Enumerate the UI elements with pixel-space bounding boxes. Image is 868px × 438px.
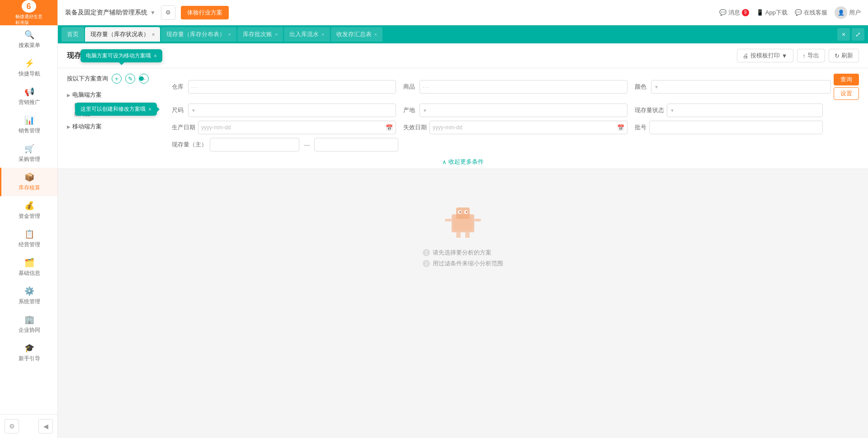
tip-num-1: 1	[423, 249, 430, 256]
message-button[interactable]: 💬 消息 9	[719, 9, 749, 17]
collapse-up-icon: ∧	[442, 159, 447, 165]
export-button[interactable]: ↑ 导出	[797, 49, 826, 62]
sidebar-item-basic[interactable]: 🗂️ 基础信息	[0, 253, 57, 282]
tab-inventory-status-close[interactable]: ×	[152, 32, 155, 37]
tooltip2-close[interactable]: ×	[148, 106, 151, 113]
stock-qty-min-input[interactable]	[210, 138, 299, 151]
guide-icon: 🎓	[24, 343, 34, 353]
sidebar-item-operation[interactable]: 📋 经营管理	[0, 225, 57, 253]
tab-inventory-dist-close[interactable]: ×	[228, 32, 231, 37]
collapse-bar[interactable]: ∧ 收起更多条件	[67, 155, 859, 169]
sidebar-label-basic: 基础信息	[19, 269, 40, 277]
color-select[interactable]: ▼	[651, 80, 831, 94]
sidebar-item-finance[interactable]: 💰 资金管理	[0, 196, 57, 225]
add-scheme-button[interactable]: +	[112, 74, 122, 84]
logo-icon: 6	[22, 0, 36, 13]
support-button[interactable]: 💬 在线客服	[795, 9, 827, 17]
finance-icon: 💰	[24, 201, 34, 211]
empty-tips: 1 请先选择要分析的方案 2 用过滤条件来缩小分析范围	[423, 249, 503, 270]
message-badge: 9	[742, 9, 749, 16]
filter-color-row: 颜色 ▼ 查询 设置	[635, 74, 859, 100]
export-icon: ↑	[803, 52, 806, 59]
sidebar: 6 畅捷通好生意 标准版 🔍 搜索菜单 ⚡ 快捷导航 📢 营销推广 📊 销售管理…	[0, 0, 58, 438]
size-select[interactable]: ▼	[188, 104, 396, 117]
main-content: 装备及固定资产辅助管理系统 ▼ ⚙ 体验行业方案 💬 消息 9 📱 App下载 …	[58, 0, 868, 438]
scheme-group-mobile[interactable]: ▶ 移动端方案	[67, 121, 166, 132]
sidebar-item-enterprise[interactable]: 🏢 企业协同	[0, 310, 57, 339]
batch-input[interactable]	[649, 121, 823, 134]
expiry-date-label: 失效日期	[403, 123, 427, 132]
industry-button[interactable]: 体验行业方案	[181, 6, 229, 19]
tip-num-2: 2	[423, 260, 430, 267]
warehouse-select[interactable]: ···	[188, 80, 396, 94]
filter-goods: 商品 ···	[403, 80, 627, 94]
tab-inout[interactable]: 出入库流水 ×	[284, 27, 330, 42]
sidebar-item-marketing[interactable]: 📢 营销推广	[0, 82, 57, 111]
tab-batch-close[interactable]: ×	[275, 32, 278, 37]
sidebar-item-guide[interactable]: 🎓 新手引导	[0, 339, 57, 367]
sidebar-bottom: ⚙ ◀	[0, 414, 57, 438]
edit-scheme-button[interactable]: ✎	[125, 74, 135, 84]
tab-inout-close[interactable]: ×	[321, 32, 324, 37]
tip-1-text: 请先选择要分析的方案	[433, 249, 491, 257]
svg-point-6	[466, 211, 467, 213]
tab-batch[interactable]: 库存批次账 ×	[237, 27, 283, 42]
print-label: 按模板打印	[750, 52, 780, 60]
tab-home[interactable]: 首页	[61, 27, 84, 42]
filter-batch: 批号	[635, 121, 859, 134]
maximize-button[interactable]: ⤢	[852, 28, 864, 41]
triangle-icon: ▶	[67, 93, 71, 98]
scheme-mobile-label: 移动端方案	[72, 122, 102, 131]
sidebar-item-purchase[interactable]: 🛒 采购管理	[0, 139, 57, 168]
marketing-icon: 📢	[24, 87, 34, 97]
search-button[interactable]: 查询	[834, 74, 859, 85]
sidebar-label-purchase: 采购管理	[19, 155, 40, 163]
production-date-label: 生产日期	[172, 123, 195, 132]
print-icon: 🖨	[743, 52, 749, 59]
scheme-tree: ▶ 电脑端方案 这里可以创建和修改方案哦 × 按预设 按商品 ▶ 移动端方案	[67, 89, 166, 132]
expiry-date-input[interactable]: yyyy-mm-dd 📅	[429, 121, 627, 134]
triangle-icon2: ▶	[67, 124, 71, 129]
gear-button[interactable]: ⚙	[161, 5, 175, 20]
support-icon: 💬	[795, 9, 802, 16]
stock-qty-label: 现存量（主）	[172, 141, 207, 149]
tooltip1-close[interactable]: ×	[154, 53, 157, 59]
tooltip-desktop-scheme: 电脑方案可设为移动方案哦 ×	[80, 49, 162, 62]
settings-button[interactable]: ⚙	[5, 419, 19, 433]
tab-inventory-status[interactable]: 现存量（库存状况表） ×	[85, 27, 160, 42]
tab-bar-controls: × ⤢	[837, 28, 864, 41]
tab-inventory-dist[interactable]: 现存量（库存分布表） ×	[161, 27, 236, 42]
sidebar-item-sales[interactable]: 📊 销售管理	[0, 111, 57, 139]
message-label: 消息	[728, 9, 740, 17]
svg-rect-2	[456, 207, 470, 219]
sidebar-item-quick[interactable]: ⚡ 快捷导航	[0, 54, 57, 82]
sidebar-item-inventory[interactable]: 📦 库存核算	[0, 168, 57, 196]
scheme-group-desktop[interactable]: ▶ 电脑端方案	[67, 89, 166, 101]
origin-label: 产地	[403, 106, 417, 114]
app-download-button[interactable]: 📱 App下载	[756, 9, 788, 17]
message-icon: 💬	[719, 9, 726, 16]
empty-state: 1 请先选择要分析的方案 2 用过滤条件来缩小分析范围	[58, 169, 868, 297]
basic-icon: 🗂️	[24, 258, 34, 268]
tab-collect[interactable]: 收发存汇总表 ×	[331, 27, 382, 42]
production-date-input[interactable]: yyyy-mm-dd 📅	[198, 121, 396, 134]
filter-origin: 产地 ▼	[403, 104, 627, 117]
close-tab-button[interactable]: ×	[837, 28, 850, 41]
sidebar-item-search[interactable]: 🔍 搜索菜单	[0, 25, 57, 54]
tab-collect-close[interactable]: ×	[374, 32, 377, 37]
collapse-sidebar-button[interactable]: ◀	[38, 419, 53, 433]
origin-select[interactable]: ▼	[420, 104, 627, 117]
reset-button[interactable]: 设置	[834, 87, 859, 100]
tooltip1-text: 电脑方案可设为移动方案哦	[86, 52, 151, 60]
svg-point-5	[459, 211, 461, 213]
stock-status-select[interactable]: ▼	[667, 104, 823, 117]
user-button[interactable]: 👤 用户	[835, 6, 861, 19]
sidebar-label-finance: 资金管理	[19, 212, 40, 220]
batch-label: 批号	[635, 123, 646, 132]
print-button[interactable]: 🖨 按模板打印 ▼	[737, 49, 793, 62]
sidebar-item-system[interactable]: ⚙️ 系统管理	[0, 282, 57, 310]
sidebar-label-search: 搜索菜单	[19, 42, 40, 49]
goods-select[interactable]: ···	[420, 80, 627, 94]
refresh-button[interactable]: ↻ 刷新	[829, 49, 859, 62]
stock-qty-max-input[interactable]	[314, 138, 398, 151]
